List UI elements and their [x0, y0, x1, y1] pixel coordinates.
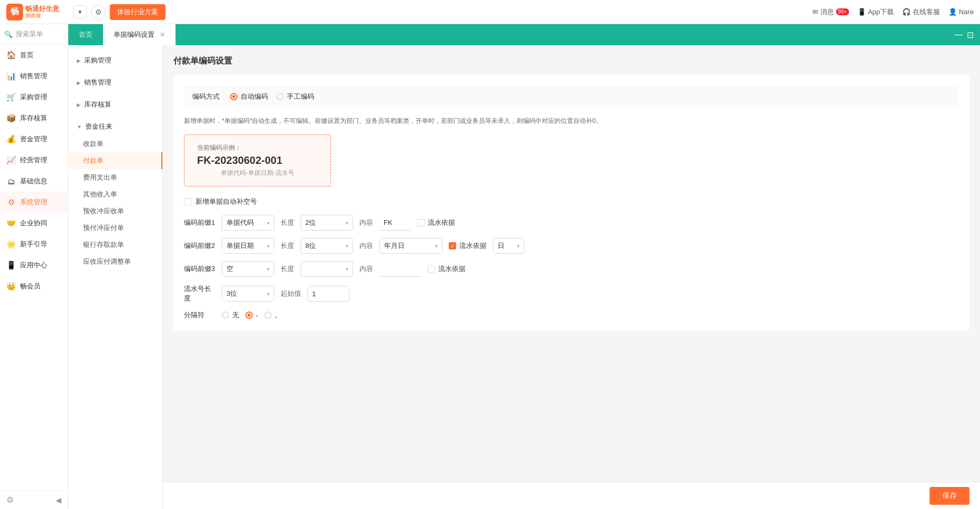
sidebar-label-home: 首页: [20, 50, 34, 60]
purchase-icon: 🛒: [6, 92, 16, 102]
prefix3-select[interactable]: 空 ▾: [222, 261, 274, 277]
tab-encoding[interactable]: 单据编码设置 ✕: [103, 24, 176, 45]
auto-encode-radio[interactable]: 自动编码: [230, 92, 268, 101]
menu-item-ar-ap-adjust[interactable]: 应收应付调整单: [68, 253, 162, 270]
prefix1-length-select[interactable]: 2位 ▾: [301, 215, 353, 231]
menu-group-inventory-title[interactable]: ▶ 库存核算: [68, 96, 162, 113]
prepay-pay-label: 预付冲应付单: [83, 224, 124, 232]
content-area: ▶ 采购管理 ▶ 销售管理 ▶ 库存核算: [68, 45, 980, 509]
separator-hyphen-radio[interactable]: -: [245, 311, 258, 319]
prefix2-length-label: 长度: [281, 241, 294, 251]
prefix3-value: 空: [226, 264, 233, 274]
sidebar-label-enterprise: 企业协同: [20, 219, 47, 228]
sidebar-item-system[interactable]: ⚙ 系统管理: [0, 192, 68, 213]
prefix3-content-label: 内容: [359, 264, 373, 274]
menu-group-purchase-title[interactable]: ▶ 采购管理: [68, 51, 162, 69]
prefix2-flow-checkbox[interactable]: ✓: [449, 242, 456, 250]
sidebar-item-guide[interactable]: 🌟 新手引导: [0, 234, 68, 255]
prefix2-flow-unit-select[interactable]: 日 ▾: [493, 238, 524, 254]
ops-icon: 📈: [6, 155, 16, 165]
save-button[interactable]: 保存: [930, 487, 969, 505]
sidebar-item-sales[interactable]: 📊 销售管理: [0, 66, 68, 87]
menu-item-bank-deposit[interactable]: 银行存取款单: [68, 236, 162, 253]
sidebar-item-finance[interactable]: 💰 资金管理: [0, 129, 68, 150]
menu-group-purchase: ▶ 采购管理: [68, 49, 162, 71]
sidebar-item-basic[interactable]: 🗂 基础信息: [0, 171, 68, 192]
menu-item-prepay-pay[interactable]: 预付冲应付单: [68, 220, 162, 236]
prefix3-length-select[interactable]: ▾: [301, 261, 353, 277]
message-btn[interactable]: ✉ 消息 99+: [812, 7, 849, 17]
prefix2-select[interactable]: 单据日期 ▾: [222, 238, 274, 254]
user-avatar[interactable]: 👤 Nare: [948, 8, 974, 16]
menu-item-payment[interactable]: 付款单: [68, 152, 162, 169]
auto-fill-label: 新增单据自动补空号: [195, 197, 257, 206]
menu-group-capital-label: 资金往来: [85, 122, 112, 131]
prefix1-value: 单据代码: [226, 218, 254, 227]
window-maximize-icon[interactable]: ⊡: [967, 30, 974, 40]
appcenter-icon: 📱: [6, 261, 16, 270]
sidebar-collapse-icon[interactable]: ◀: [56, 496, 61, 504]
prefix2-length-select[interactable]: 8位 ▾: [301, 238, 353, 254]
encoding-method-label: 编码方式: [192, 92, 220, 101]
menu-group-capital-title[interactable]: ▼ 资金往来: [68, 118, 162, 136]
separator-dot-radio[interactable]: 。: [264, 310, 282, 320]
sidebar-item-home[interactable]: 🏠 首页: [0, 45, 68, 66]
prefix1-flow-checkbox[interactable]: [417, 219, 425, 226]
preview-box: 当前编码示例： FK-20230602-001 单据代码-单据日期-流水号: [184, 134, 331, 186]
tab-home[interactable]: 首页: [68, 24, 103, 45]
menu-group-purchase-label: 采购管理: [84, 56, 111, 65]
auto-fill-checkbox[interactable]: [184, 198, 191, 205]
prefix1-length-value: 2位: [305, 218, 316, 227]
separator-label: 分隔符: [184, 310, 215, 320]
desc-content: 新增单据时，*单据编码*自动生成，不可编辑。前缀设置为部门、业务员等档案类，开单…: [184, 117, 602, 124]
prefix2-row: 编码前缀2 单据日期 ▾ 长度 8位 ▾ 内容: [184, 238, 959, 254]
trial-btn[interactable]: 体验行业方案: [110, 4, 166, 20]
menu-item-receipts[interactable]: 收款单: [68, 136, 162, 152]
manual-encode-radio[interactable]: 手工编码: [276, 92, 314, 101]
content-wrapper: 首页 单据编码设置 ✕ — ⊡ ▶ 采购管理: [68, 24, 980, 509]
sidebar-item-inventory[interactable]: 📦 库存核算: [0, 108, 68, 129]
separator-row: 分隔符 无 - 。: [184, 310, 959, 320]
online-service-btn[interactable]: 🎧 在线客服: [902, 7, 940, 17]
prefix3-content-input[interactable]: [379, 261, 421, 277]
online-service-label: 在线客服: [913, 7, 940, 17]
sidebar-search[interactable]: 🔍 搜索菜单: [0, 24, 68, 45]
sidebar-settings-icon[interactable]: ⚙: [6, 495, 14, 505]
preview-label: 当前编码示例：: [197, 143, 318, 152]
basic-icon: 🗂: [6, 176, 16, 186]
separator-dot-dot: [264, 311, 272, 319]
topbar-dropdown[interactable]: ▾: [74, 5, 87, 18]
window-minimize-icon[interactable]: —: [954, 30, 963, 39]
menu-group-capital: ▼ 资金往来 收款单 付款单 费用支出单 其他收入单: [68, 116, 162, 272]
prefix2-content-label: 内容: [359, 241, 373, 251]
topbar-right: ✉ 消息 99+ 📱 App下载 🎧 在线客服 👤 Nare: [812, 7, 974, 17]
sidebar-label-appcenter: 应用中心: [20, 261, 47, 270]
flow-length-select[interactable]: 3位 ▾: [222, 286, 274, 302]
sidebar-item-operations[interactable]: 📈 经营管理: [0, 150, 68, 171]
sidebar-item-member[interactable]: 👑 畅会员: [0, 276, 68, 297]
prefix1-select[interactable]: 单据代码 ▾: [222, 215, 274, 231]
menu-item-other-income[interactable]: 其他收入单: [68, 186, 162, 203]
app-download-btn[interactable]: 📱 App下载: [858, 7, 894, 17]
sidebar-item-purchase[interactable]: 🛒 采购管理: [0, 87, 68, 108]
sidebar-item-appcenter[interactable]: 📱 应用中心: [0, 255, 68, 276]
prefix3-flow-checkbox[interactable]: [428, 265, 435, 273]
flow-length-chevron: ▾: [267, 291, 270, 297]
menu-item-prepay-receive[interactable]: 预收冲应收单: [68, 203, 162, 220]
settings-icon[interactable]: ⚙: [91, 5, 106, 19]
inventory-icon: 📦: [6, 113, 16, 123]
sidebar-item-enterprise[interactable]: 🤝 企业协同: [0, 213, 68, 234]
settings-card: 编码方式 自动编码 手工编码: [173, 75, 969, 330]
tab-close-icon[interactable]: ✕: [160, 31, 165, 38]
message-label: 消息: [820, 7, 834, 17]
prefix2-content-chevron: ▾: [435, 243, 438, 249]
menu-item-expense[interactable]: 费用支出单: [68, 169, 162, 186]
prefix1-content-input[interactable]: [379, 215, 411, 231]
prefix2-value: 单据日期: [226, 241, 254, 251]
sidebar-label-finance: 资金管理: [20, 134, 47, 144]
menu-group-sales-title[interactable]: ▶ 销售管理: [68, 74, 162, 91]
app-sub: 插曲版: [25, 13, 59, 19]
separator-none-radio[interactable]: 无: [222, 310, 239, 320]
prefix2-content-select[interactable]: 年月日 ▾: [379, 238, 442, 254]
start-value-input[interactable]: [307, 286, 349, 302]
